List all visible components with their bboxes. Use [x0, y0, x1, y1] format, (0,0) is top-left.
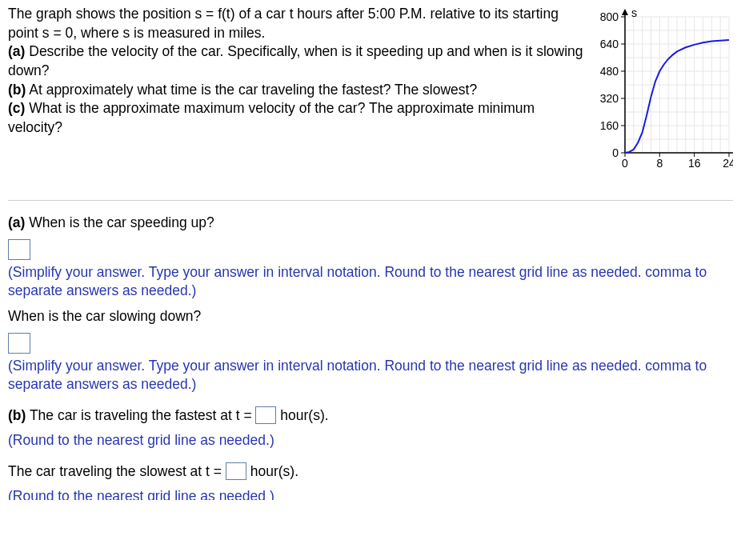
chart-svg: 0816240160320480640800s	[593, 5, 733, 181]
svg-text:16: 16	[688, 157, 701, 170]
c-pre: The car traveling the slowest at t =	[8, 462, 226, 478]
q-a-text: When is the car speeding up?	[25, 214, 214, 230]
svg-text:160: 160	[600, 119, 619, 132]
part-b-label: (b)	[8, 82, 26, 98]
part-c-label: (c)	[8, 100, 25, 116]
q-b-label: (b)	[8, 406, 26, 422]
position-chart: 0816240160320480640800s	[593, 5, 733, 181]
svg-marker-46	[622, 9, 628, 15]
answer-c-input[interactable]	[226, 462, 246, 480]
svg-text:8: 8	[656, 157, 663, 170]
divider	[8, 200, 733, 201]
c-post: hour(s).	[246, 462, 298, 478]
intro-text: The graph shows the position s = f(t) of…	[8, 6, 559, 41]
svg-text:s: s	[631, 6, 637, 19]
part-a-text: Describe the velocity of the car. Specif…	[8, 43, 583, 78]
answer-a2-input[interactable]	[8, 333, 30, 354]
svg-text:320: 320	[600, 92, 619, 105]
q-a2-text: When is the car slowing down?	[8, 307, 733, 326]
svg-text:0: 0	[622, 157, 628, 170]
svg-text:0: 0	[612, 146, 619, 159]
b-pre: The car is traveling the fastest at t =	[26, 406, 255, 422]
q-a-label: (a)	[8, 214, 25, 230]
problem-statement: The graph shows the position s = f(t) of…	[8, 5, 583, 137]
hint-c: (Round to the nearest grid line as neede…	[8, 487, 733, 500]
hint-a2: (Simplify your answer. Type your answer …	[8, 357, 733, 394]
part-a-label: (a)	[8, 43, 25, 59]
svg-text:640: 640	[600, 38, 619, 50]
part-c-text: What is the approximate maximum velocity…	[8, 100, 535, 135]
svg-text:24: 24	[723, 157, 733, 170]
part-b-text: At approximately what time is the car tr…	[26, 82, 477, 98]
hint-a1: (Simplify your answer. Type your answer …	[8, 263, 733, 301]
svg-text:480: 480	[600, 65, 619, 78]
answer-a1-input[interactable]	[8, 239, 30, 260]
b-post: hour(s).	[276, 406, 328, 422]
hint-b: (Round to the nearest grid line as neede…	[8, 431, 733, 450]
answer-b-input[interactable]	[255, 406, 276, 424]
svg-text:800: 800	[600, 10, 619, 23]
